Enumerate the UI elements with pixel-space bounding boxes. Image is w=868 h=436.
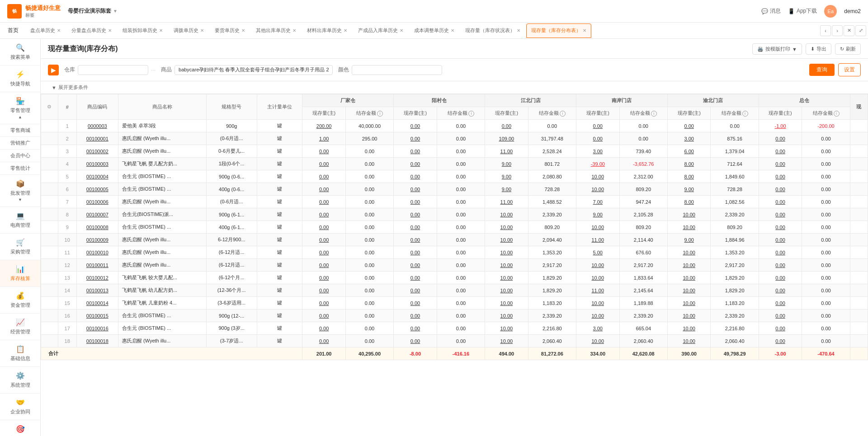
table-container[interactable]: ⚙ # 商品编码 商品名称 规格型号 主计量单位 厂家仓 陌村仓 江北门店 南岸… <box>41 94 868 436</box>
row-jiangbei-qty[interactable]: 10.00 <box>485 335 528 347</box>
row-mucun-qty[interactable]: 0.00 <box>394 309 437 322</box>
tab-prev-btn[interactable]: ‹ <box>820 25 831 36</box>
row-jiangbei-qty[interactable]: 10.00 <box>485 246 528 259</box>
row-yubei-qty[interactable]: 9.00 <box>667 183 711 196</box>
sidebar-item-collab[interactable]: 🤝 企业协同 <box>0 394 40 420</box>
warehouse-dots-icon[interactable]: ··· <box>151 67 156 73</box>
row-code[interactable]: 00100018 <box>76 335 118 347</box>
sidebar-item-retail[interactable]: 🏪 零售管理 ▲ <box>0 92 40 124</box>
row-nanan-qty[interactable]: 10.00 <box>576 259 619 272</box>
row-jiangbei-qty[interactable]: 11.00 <box>485 145 528 158</box>
tab-9-close[interactable]: ✕ <box>451 28 454 33</box>
row-mucun-qty[interactable]: 0.00 <box>394 335 437 347</box>
row-factory-qty[interactable]: 0.00 <box>302 246 346 259</box>
row-nanan-qty[interactable]: 0.00 <box>576 120 619 132</box>
row-mucun-qty[interactable]: 0.00 <box>394 120 437 132</box>
avatar[interactable]: Ea <box>824 5 837 18</box>
row-yubei-qty[interactable]: 9.00 <box>667 234 711 246</box>
row-code[interactable]: 0000003 <box>76 120 118 132</box>
row-nanan-qty[interactable]: 5.00 <box>576 246 619 259</box>
row-yubei-qty[interactable]: 10.00 <box>667 272 711 284</box>
row-nanan-qty[interactable]: 11.00 <box>576 284 619 297</box>
row-jiangbei-qty[interactable]: 9.00 <box>485 170 528 183</box>
sidebar-item-member[interactable]: 会员中心 <box>0 150 40 162</box>
goods-input[interactable] <box>175 65 333 75</box>
row-jiangbei-qty[interactable]: 10.00 <box>485 272 528 284</box>
tab-6[interactable]: 其他出库单历史 ✕ <box>251 23 301 38</box>
tab-4-close[interactable]: ✕ <box>200 28 204 33</box>
row-nanan-qty[interactable]: 10.00 <box>576 170 619 183</box>
tab-5[interactable]: 要货单历史 ✕ <box>210 23 250 38</box>
row-factory-qty[interactable]: 0.00 <box>302 335 346 347</box>
sidebar-item-retail-stat[interactable]: 零售统计 <box>0 162 40 175</box>
row-factory-qty[interactable]: 0.00 <box>302 221 346 234</box>
sidebar-item-inventory[interactable]: 📊 库存核算 <box>0 260 40 287</box>
sidebar-item-search[interactable]: 🔍 搜索英单 <box>0 39 40 66</box>
row-jiangbei-qty[interactable]: 10.00 <box>485 297 528 309</box>
row-factory-qty[interactable]: 0.00 <box>302 145 346 158</box>
row-factory-qty[interactable]: 200.00 <box>302 120 346 132</box>
row-jiangbei-qty[interactable]: 9.00 <box>485 158 528 170</box>
row-zcang-qty[interactable]: 0.00 <box>759 132 802 145</box>
row-code[interactable]: 00100012 <box>76 272 118 284</box>
row-yubei-qty[interactable]: 8.00 <box>667 158 711 170</box>
row-nanan-qty[interactable]: 10.00 <box>576 272 619 284</box>
row-code[interactable]: 00100003 <box>76 158 118 170</box>
row-mucun-qty[interactable]: 0.00 <box>394 132 437 145</box>
row-jiangbei-qty[interactable]: 10.00 <box>485 234 528 246</box>
message-btn[interactable]: 💬 消息 <box>761 7 781 15</box>
row-mucun-qty[interactable]: 0.00 <box>394 272 437 284</box>
row-code[interactable]: 00100015 <box>76 309 118 322</box>
tab-home[interactable]: 首页 <box>2 23 24 38</box>
sidebar-item-marketing[interactable]: 营销推广 <box>0 137 40 150</box>
row-factory-qty[interactable]: 0.00 <box>302 272 346 284</box>
nanan-amt-info-icon[interactable]: i <box>651 111 657 117</box>
row-zcang-qty[interactable]: 0.00 <box>759 259 802 272</box>
row-nanan-qty[interactable]: 0.00 <box>576 132 619 145</box>
row-yubei-qty[interactable]: 6.00 <box>667 145 711 158</box>
sidebar-item-operations[interactable]: 📈 经营管理 <box>0 314 40 340</box>
row-zcang-qty[interactable]: 0.00 <box>759 145 802 158</box>
row-jiangbei-qty[interactable]: 9.00 <box>485 183 528 196</box>
filter-toggle[interactable]: ▶ <box>48 65 59 75</box>
row-yubei-qty[interactable]: 10.00 <box>667 246 711 259</box>
row-factory-qty[interactable]: 1.00 <box>302 132 346 145</box>
row-nanan-qty[interactable]: 7.00 <box>576 196 619 208</box>
tab-expand-btn[interactable]: ⤢ <box>855 25 866 36</box>
row-mucun-qty[interactable]: 0.00 <box>394 221 437 234</box>
row-nanan-qty[interactable]: 10.00 <box>576 221 619 234</box>
tab-6-close[interactable]: ✕ <box>292 28 296 33</box>
row-mucun-qty[interactable]: 0.00 <box>394 196 437 208</box>
app-download-btn[interactable]: 📱 App下载 <box>788 7 817 15</box>
row-yubei-qty[interactable]: 8.00 <box>667 196 711 208</box>
row-code[interactable]: 00100006 <box>76 196 118 208</box>
sidebar-item-ecom[interactable]: 💻 电商管理 <box>0 207 40 234</box>
row-zcang-qty[interactable]: 0.00 <box>759 272 802 284</box>
row-yubei-qty[interactable]: 3.00 <box>667 132 711 145</box>
tab-3-close[interactable]: ✕ <box>159 28 163 33</box>
yubei-amt-info-icon[interactable]: i <box>742 111 748 117</box>
row-yubei-qty[interactable]: 10.00 <box>667 335 711 347</box>
tab-next-btn[interactable]: › <box>832 25 843 36</box>
sidebar-item-shop[interactable]: 零售商城 <box>0 124 40 137</box>
export-btn[interactable]: ⬇ 导出 <box>806 43 831 55</box>
sidebar-item-system[interactable]: ⚙️ 系统管理 <box>0 367 40 394</box>
row-yubei-qty[interactable]: 0.00 <box>667 120 711 132</box>
row-code[interactable]: 00100007 <box>76 208 118 221</box>
row-nanan-qty[interactable]: 10.00 <box>576 335 619 347</box>
row-factory-qty[interactable]: 0.00 <box>302 322 346 335</box>
row-code[interactable]: 00100004 <box>76 170 118 183</box>
row-nanan-qty[interactable]: 9.00 <box>576 208 619 221</box>
row-factory-qty[interactable]: 0.00 <box>302 196 346 208</box>
expand-conditions-btn[interactable]: ▼ 展开更多条件 <box>48 83 92 92</box>
sidebar-item-quicknav[interactable]: ⚡ 快捷导航 <box>0 66 40 92</box>
row-jiangbei-qty[interactable]: 11.00 <box>485 196 528 208</box>
tab-1[interactable]: 盘点单历史 ✕ <box>25 23 66 38</box>
row-mucun-qty[interactable]: 0.00 <box>394 170 437 183</box>
tab-10[interactable]: 现存量（库存状况表） ✕ <box>460 23 525 38</box>
mucun-amt-info-icon[interactable]: i <box>468 111 474 117</box>
row-yubei-qty[interactable]: 10.00 <box>667 208 711 221</box>
row-code[interactable]: 00100016 <box>76 322 118 335</box>
tab-7-close[interactable]: ✕ <box>344 28 347 33</box>
row-mucun-qty[interactable]: 0.00 <box>394 234 437 246</box>
